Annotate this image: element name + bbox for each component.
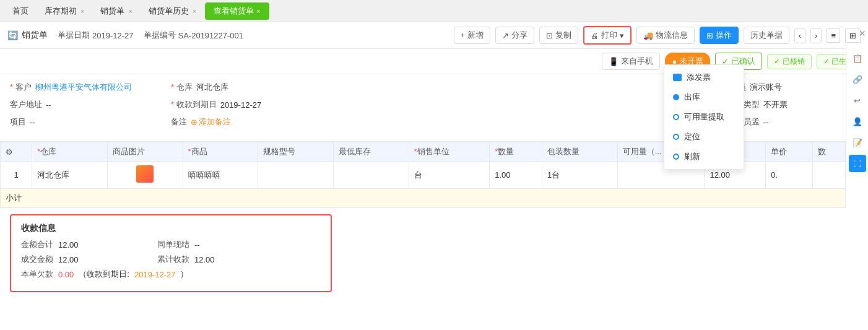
row-min-stock bbox=[333, 162, 409, 189]
logistics-button[interactable]: 🚚 物流信息 bbox=[636, 27, 695, 44]
effective-icon: ✓ bbox=[823, 57, 830, 66]
dropdown-add-invoice[interactable]: 添发票 bbox=[664, 67, 744, 87]
subtotal-row: 小计 bbox=[1, 189, 846, 208]
copy-icon: ⊡ bbox=[546, 31, 553, 40]
add-invoice-label: 添发票 bbox=[687, 72, 711, 83]
tab-sales-history[interactable]: 销货单历史 × bbox=[141, 2, 204, 20]
row-product-img bbox=[107, 162, 183, 189]
tab-bar: 首页 库存期初 × 销货单 × 销货单历史 × 查看销货单 × bbox=[0, 0, 868, 22]
customer-value[interactable]: 柳州粤港平安气体有限公司 bbox=[35, 82, 132, 93]
address-label: 客户地址 bbox=[10, 99, 42, 110]
tab-view-sales[interactable]: 查看销货单 × bbox=[205, 2, 269, 20]
row-warehouse: 河北仓库 bbox=[32, 162, 108, 189]
sold-out-button[interactable]: ✓ 已核销 bbox=[767, 54, 811, 69]
sidebar-icon-3[interactable]: ↩ bbox=[849, 92, 866, 109]
share-button[interactable]: ↗ 分享 bbox=[495, 27, 534, 44]
nav-next[interactable]: › bbox=[810, 28, 822, 43]
out-stock-label: 出库 bbox=[684, 92, 700, 103]
tab-inventory[interactable]: 库存期初 × bbox=[37, 2, 92, 20]
deal-field: 成交金额 12.00 bbox=[21, 254, 132, 265]
nav-prev[interactable]: ‹ bbox=[794, 28, 805, 43]
tab-view-sales-close[interactable]: × bbox=[256, 7, 260, 15]
amount-label: 金额合计 bbox=[21, 239, 53, 250]
out-stock-icon bbox=[673, 94, 679, 100]
col-product-img: 商品图片 bbox=[107, 142, 183, 162]
col-qty: *数量 bbox=[490, 142, 542, 162]
deal-label: 成交金额 bbox=[21, 254, 53, 265]
mobile-icon: 📱 bbox=[609, 57, 618, 66]
from-mobile-button[interactable]: 📱 来自手机 bbox=[602, 53, 660, 70]
print-dropdown-arrow: ▾ bbox=[620, 31, 624, 40]
available-qty-label: 可用量提取 bbox=[684, 111, 724, 123]
settlement-label: 同单现结 bbox=[157, 239, 189, 250]
dropdown-refresh[interactable]: 刷新 bbox=[664, 147, 744, 167]
sidebar-return-icon: ↩ bbox=[854, 96, 861, 105]
address-value: -- bbox=[46, 100, 51, 110]
doc-title: 🔄 销货单 bbox=[7, 30, 48, 41]
operation-icon: ⊞ bbox=[706, 31, 713, 40]
sales-staff-value: -- bbox=[763, 118, 769, 127]
row-pack-qty: 1台 bbox=[542, 162, 617, 189]
col-pack-qty: 包装数量 bbox=[542, 142, 617, 162]
tab-sales[interactable]: 销货单 × bbox=[93, 2, 139, 20]
sidebar-expand-icon: ⛶ bbox=[853, 159, 861, 168]
operation-dropdown: 添发票 出库 可用量提取 定位 刷新 bbox=[664, 64, 744, 170]
address-field: 客户地址 -- bbox=[10, 99, 146, 110]
owe-date: 2019-12-27 bbox=[134, 270, 176, 279]
print-button[interactable]: 🖨 打印 ▾ bbox=[583, 26, 631, 45]
tab-sales-close[interactable]: × bbox=[128, 7, 132, 15]
tab-view-sales-label: 查看销货单 bbox=[214, 6, 254, 17]
add-note-icon: ⊕ bbox=[191, 118, 197, 127]
view-list-icon[interactable]: ≡ bbox=[827, 28, 840, 43]
history-button[interactable]: 历史单据 bbox=[744, 27, 789, 44]
sidebar-icon-4[interactable]: 👤 bbox=[849, 113, 866, 130]
ticket-value: 不开票 bbox=[763, 99, 788, 110]
payment-date-value: 2019-12-27 bbox=[220, 100, 262, 110]
logistics-icon: 🚚 bbox=[643, 31, 653, 40]
product-image bbox=[136, 165, 154, 183]
doc-type-label: 销货单 bbox=[22, 30, 48, 41]
tab-home-label: 首页 bbox=[12, 6, 28, 17]
cumulative-field: 累计收款 12.00 bbox=[157, 254, 269, 265]
dropdown-out-stock[interactable]: 出库 bbox=[664, 87, 744, 107]
sidebar-icon-1[interactable]: 📋 bbox=[849, 50, 866, 67]
doc-date-field: 单据日期 2019-12-27 bbox=[58, 30, 134, 41]
tab-inventory-label: 库存期初 bbox=[45, 6, 77, 17]
payment-row-2: 成交金额 12.00 累计收款 12.00 bbox=[21, 254, 321, 265]
sidebar-icon-2[interactable]: 🔗 bbox=[849, 71, 866, 88]
cumulative-label: 累计收款 bbox=[157, 254, 189, 265]
col-settings[interactable]: ⚙ bbox=[1, 142, 32, 162]
share-icon: ↗ bbox=[502, 31, 509, 40]
refresh-label: 刷新 bbox=[684, 151, 700, 162]
doc-date-label: 单据日期 bbox=[58, 30, 90, 41]
add-note-button[interactable]: ⊕ 添加备注 bbox=[191, 116, 231, 128]
project-label: 项目 bbox=[10, 116, 26, 128]
sidebar-icon-5[interactable]: 📝 bbox=[849, 134, 866, 151]
copy-button[interactable]: ⊡ 复制 bbox=[539, 27, 578, 44]
doc-date-value: 2019-12-27 bbox=[92, 31, 134, 40]
tab-sales-label: 销货单 bbox=[100, 6, 124, 17]
dropdown-position[interactable]: 定位 bbox=[664, 127, 744, 147]
tab-inventory-close[interactable]: × bbox=[80, 7, 84, 15]
sidebar-icon-expand[interactable]: ⛶ bbox=[849, 155, 866, 172]
tab-sales-history-close[interactable]: × bbox=[193, 7, 196, 15]
col-min-stock: 最低库存 bbox=[333, 142, 409, 162]
col-warehouse: *仓库 bbox=[32, 142, 108, 162]
new-button[interactable]: + 新增 bbox=[454, 27, 490, 44]
customer-field: 客户 柳州粤港平安气体有限公司 bbox=[10, 82, 146, 93]
row-unit: 台 bbox=[409, 162, 490, 189]
settlement-value: -- bbox=[194, 240, 200, 250]
row-amount bbox=[813, 162, 846, 189]
position-label: 定位 bbox=[684, 131, 700, 142]
toolbar: + 新增 ↗ 分享 ⊡ 复制 🖨 打印 ▾ 🚚 物流信息 bbox=[454, 26, 861, 45]
dropdown-available-qty[interactable]: 可用量提取 bbox=[664, 107, 744, 127]
payment-title: 收款信息 bbox=[21, 223, 321, 234]
view-grid-icon[interactable]: ⊞ bbox=[845, 28, 861, 43]
position-icon bbox=[673, 134, 679, 140]
warehouse-value: 河北仓库 bbox=[196, 82, 228, 93]
operation-button[interactable]: ⊞ 操作 bbox=[700, 27, 739, 44]
payment-date-field: 收款到期日 2019-12-27 bbox=[171, 99, 307, 110]
tab-home[interactable]: 首页 bbox=[5, 2, 36, 20]
sales-order-icon: 🔄 bbox=[7, 30, 18, 40]
close-button[interactable]: × bbox=[859, 27, 866, 40]
